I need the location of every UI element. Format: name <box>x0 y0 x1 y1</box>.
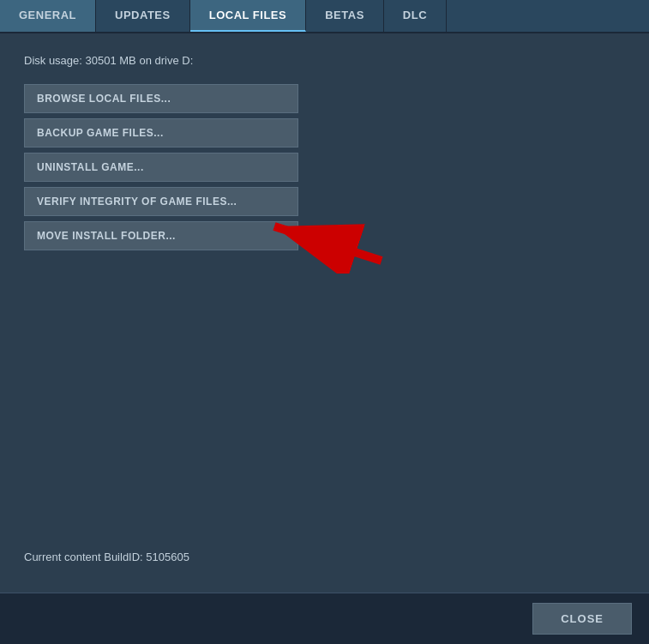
action-btn-backup[interactable]: BACKUP GAME FILES... <box>24 118 298 147</box>
tab-updates[interactable]: UPDATES <box>96 0 190 32</box>
disk-usage-label: Disk usage: 30501 MB on drive D: <box>24 54 625 67</box>
tab-betas[interactable]: BETAS <box>306 0 384 32</box>
action-btn-uninstall[interactable]: UNINSTALL GAME... <box>24 153 298 182</box>
main-content: Disk usage: 30501 MB on drive D: BROWSE … <box>0 33 649 593</box>
build-id-label: Current content BuildID: 5105605 <box>24 551 625 572</box>
tab-dlc[interactable]: DLC <box>384 0 447 32</box>
footer: CLOSE <box>0 593 649 644</box>
close-button[interactable]: CLOSE <box>532 603 632 635</box>
tabs-bar: GENERALUPDATESLOCAL FILESBETASDLC <box>0 0 649 33</box>
tab-local-files[interactable]: LOCAL FILES <box>190 0 306 32</box>
svg-line-1 <box>274 226 382 261</box>
tab-general[interactable]: GENERAL <box>0 0 96 32</box>
action-btn-browse[interactable]: BROWSE LOCAL FILES... <box>24 84 298 113</box>
arrow-annotation <box>249 205 386 274</box>
